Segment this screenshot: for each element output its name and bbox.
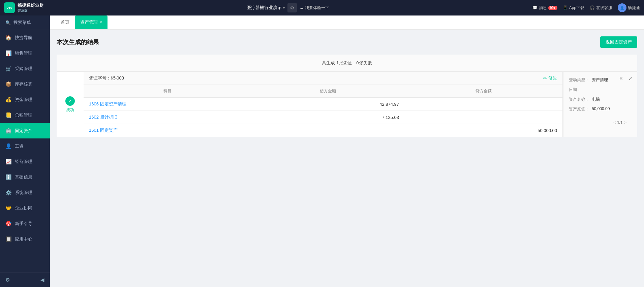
date-label: 日期： xyxy=(569,87,581,93)
page-title-row: 本次生成的结果 返回固定资产 xyxy=(57,36,637,48)
user-profile[interactable]: 👤 畅捷通 xyxy=(618,3,640,12)
row3-subject: 1601 固定资产 xyxy=(84,124,251,137)
col-credit: 贷方金额 xyxy=(404,85,562,98)
row1-credit xyxy=(404,98,562,111)
message-badge: 99+ xyxy=(548,6,557,10)
sidebar-item-operations[interactable]: 📈 经营管理 xyxy=(0,154,50,169)
search-menu-label: 搜索菜单 xyxy=(13,20,31,26)
top-header: AtA 畅捷通好业财 普及版 医疗器械行业演示 ▾ ⚙ ☁ 我要体验一下 💬 消… xyxy=(0,0,644,15)
page-content: 本次生成的结果 返回固定资产 共生成 1张凭证，0张失败 ✓ 成功 xyxy=(50,30,644,287)
app-download-action[interactable]: 📱 App下载 xyxy=(563,5,584,11)
sidebar-label-purchase: 采购管理 xyxy=(15,66,32,72)
service-icon: 🎧 xyxy=(590,5,595,10)
message-icon: 💬 xyxy=(532,5,538,10)
sidebar-item-guide[interactable]: 🎯 新手引导 xyxy=(0,216,50,231)
sidebar-item-sales[interactable]: 📊 销售管理 xyxy=(0,45,50,61)
content-area: 首页 资产管理 × 本次生成的结果 返回固定资产 共生成 1张凭证，0张失败 xyxy=(50,15,644,287)
edit-icon: ✏ xyxy=(543,76,547,81)
asset-name-label: 资产名称： xyxy=(569,97,589,102)
logo-text: 畅捷通好业财 普及版 xyxy=(18,2,44,13)
row1-debit: 42,874.97 xyxy=(251,98,404,111)
success-text: 成功 xyxy=(66,107,74,113)
row3-debit xyxy=(251,124,404,137)
sidebar-item-quick-nav[interactable]: 🏠 快捷导航 xyxy=(0,30,50,45)
sidebar-footer: ⚙ ◀ xyxy=(0,273,50,287)
result-panel: 共生成 1张凭证，0张失败 ✓ 成功 凭证字号：记-003 xyxy=(57,55,637,137)
asset-name-value: 电脑 xyxy=(592,97,600,102)
sidebar-label-inventory: 库存核算 xyxy=(15,81,32,87)
experience-button[interactable]: ☁ 我要体验一下 xyxy=(300,5,329,11)
sidebar-label-ledger: 总账管理 xyxy=(15,112,32,118)
sidebar-item-payroll[interactable]: 👤 工资 xyxy=(0,138,50,154)
footer-settings-icon[interactable]: ⚙ xyxy=(5,277,10,283)
operations-icon: 📈 xyxy=(5,159,11,165)
sidebar-item-purchase[interactable]: 🛒 采购管理 xyxy=(0,61,50,76)
original-value-label: 资产原值： xyxy=(569,106,589,112)
close-panel-icon[interactable]: ✕ xyxy=(617,74,625,83)
table-row: 1601 固定资产 50,000.00 xyxy=(84,124,562,137)
sidebar: 🔍 搜索菜单 🏠 快捷导航 📊 销售管理 🛒 采购管理 📦 库存核算 💰 资金管… xyxy=(0,15,50,287)
voucher-table: 科目 借方金额 贷方金额 1606 固定资产清 xyxy=(84,85,562,137)
sidebar-item-inventory[interactable]: 📦 库存核算 xyxy=(0,76,50,92)
next-page-icon[interactable]: > xyxy=(624,120,626,125)
app-edition: 普及版 xyxy=(18,8,44,13)
avatar-icon: 👤 xyxy=(620,6,624,10)
search-menu[interactable]: 🔍 搜索菜单 xyxy=(0,15,50,30)
prev-page-icon[interactable]: < xyxy=(613,120,616,125)
page-title: 本次生成的结果 xyxy=(57,38,99,46)
settings-icon[interactable]: ⚙ xyxy=(287,3,297,12)
purchase-icon: 🛒 xyxy=(5,66,11,72)
sales-icon: 📊 xyxy=(5,50,11,56)
inventory-icon: 📦 xyxy=(5,81,11,87)
funds-icon: 💰 xyxy=(5,97,11,103)
sidebar-item-fixed-assets[interactable]: 🏢 固定资产 xyxy=(0,123,50,138)
original-value-row: 资产原值： 50,000.00 xyxy=(569,106,632,112)
row1-subject: 1606 固定资产清理 xyxy=(84,98,251,111)
sidebar-item-cooperation[interactable]: 🤝 企业协同 xyxy=(0,200,50,216)
success-badge: ✓ 成功 xyxy=(57,72,84,137)
sidebar-label-sales: 销售管理 xyxy=(15,50,32,56)
header-right: 💬 消息 99+ 📱 App下载 🎧 在线客服 👤 畅捷通 xyxy=(532,3,640,12)
message-action[interactable]: 💬 消息 99+ xyxy=(532,5,557,11)
company-selector[interactable]: 医疗器械行业演示 ▾ xyxy=(247,5,285,11)
header-center: 医疗器械行业演示 ▾ ⚙ ☁ 我要体验一下 xyxy=(247,3,329,12)
main-layout: 🔍 搜索菜单 🏠 快捷导航 📊 销售管理 🛒 采购管理 📦 库存核算 💰 资金管… xyxy=(0,15,644,287)
return-button[interactable]: 返回固定资产 xyxy=(600,36,637,48)
sidebar-label-basics: 基础信息 xyxy=(15,174,32,180)
basics-icon: ℹ️ xyxy=(5,174,11,180)
edit-button[interactable]: ✏ 修改 xyxy=(543,75,557,81)
customer-service-action[interactable]: 🎧 在线客服 xyxy=(590,5,612,11)
logo-icon: AtA xyxy=(4,2,15,13)
success-icon: ✓ xyxy=(65,96,75,106)
sidebar-item-app-center[interactable]: 🔲 应用中心 xyxy=(0,231,50,247)
sidebar-item-ledger[interactable]: 📒 总账管理 xyxy=(0,107,50,123)
sidebar-label-operations: 经营管理 xyxy=(15,159,32,165)
date-row: 日期： xyxy=(569,87,632,93)
guide-icon: 🎯 xyxy=(5,221,11,227)
voucher-code: 凭证字号：记-003 xyxy=(89,75,124,81)
download-icon: 📱 xyxy=(563,5,568,10)
table-row: 1602 累计折旧 7,125.03 xyxy=(84,111,562,124)
asset-name-row: 资产名称： 电脑 xyxy=(569,97,632,102)
col-debit: 借方金额 xyxy=(251,85,404,98)
expand-panel-icon[interactable]: ⤢ xyxy=(626,74,635,83)
sidebar-label-fixed-assets: 固定资产 xyxy=(15,128,32,134)
sidebar-item-basics[interactable]: ℹ️ 基础信息 xyxy=(0,169,50,185)
table-row: 1606 固定资产清理 42,874.97 xyxy=(84,98,562,111)
sidebar-label-cooperation: 企业协同 xyxy=(15,205,32,211)
tab-bar: 首页 资产管理 × xyxy=(50,15,644,30)
sidebar-label-quick-nav: 快捷导航 xyxy=(15,35,32,41)
company-name: 医疗器械行业演示 xyxy=(247,5,282,11)
tab-home[interactable]: 首页 xyxy=(55,15,75,29)
payroll-icon: 👤 xyxy=(5,143,11,149)
row2-credit xyxy=(404,111,562,124)
sidebar-item-funds[interactable]: 💰 资金管理 xyxy=(0,92,50,107)
page-info: 1/1 xyxy=(617,120,623,125)
system-icon: ⚙️ xyxy=(5,190,11,196)
tab-asset-management[interactable]: 资产管理 × xyxy=(75,15,108,29)
sidebar-item-system[interactable]: ⚙️ 系统管理 xyxy=(0,185,50,200)
tab-close-icon[interactable]: × xyxy=(100,20,102,25)
footer-collapse-icon[interactable]: ◀ xyxy=(40,277,44,283)
change-type-value: 资产清理 xyxy=(592,77,608,83)
search-icon: 🔍 xyxy=(5,20,11,25)
